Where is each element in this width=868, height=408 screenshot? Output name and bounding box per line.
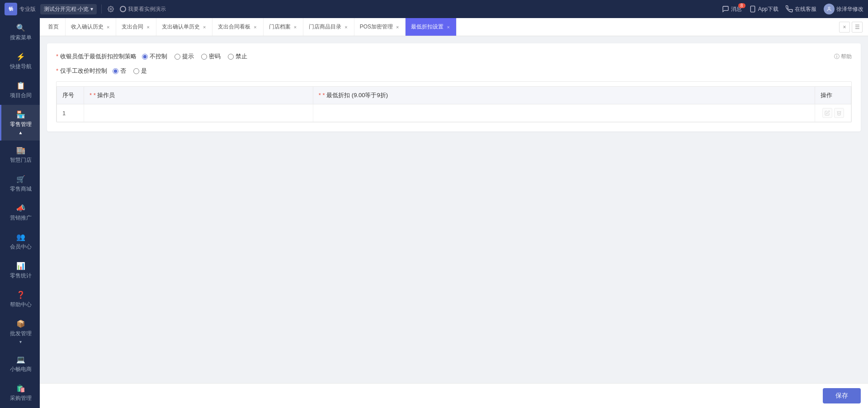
settings-icon[interactable]: [106, 5, 115, 14]
sidebar: 🔍 搜索菜单 ⚡ 快捷导航 📋 项目合同 🏪 零售管理 ▲ 🏬 智慧门店 🛒 零…: [0, 18, 40, 408]
tab-expense-confirm-history[interactable]: 支出确认单历史 ×: [156, 18, 212, 36]
sidebar-item-search-label: 搜索菜单: [10, 34, 32, 42]
sidebar-item-contract[interactable]: 📋 项目合同: [0, 76, 40, 105]
tab-pos-security-close[interactable]: ×: [395, 24, 400, 30]
mall-icon: 🛒: [16, 175, 25, 183]
project-selector[interactable]: 测试分开完程·小览 ▾: [40, 4, 97, 14]
contract-icon: 📋: [16, 81, 25, 90]
save-button[interactable]: 保存: [823, 388, 861, 403]
tab-store-file-close[interactable]: ×: [293, 24, 297, 30]
manual-price-label: 仅手工改价时控制: [56, 67, 107, 75]
svg-point-0: [110, 8, 112, 10]
radio-no-input[interactable]: [113, 68, 118, 74]
tab-income-history-close[interactable]: ×: [106, 24, 110, 30]
radio-no[interactable]: 否: [113, 67, 126, 75]
main-layout: 🔍 搜索菜单 ⚡ 快捷导航 📋 项目合同 🏪 零售管理 ▲ 🏬 智慧门店 🛒 零…: [0, 18, 868, 408]
discount-policy-row: 收银员低于最低折扣控制策略 不控制 提示 密码: [56, 52, 852, 61]
tab-expense-board-close[interactable]: ×: [253, 24, 257, 30]
radio-password-label: 密码: [209, 52, 221, 61]
sidebar-item-ecommerce-label: 小畅电商: [10, 366, 32, 373]
retail-arrow-icon: ▲: [19, 130, 23, 135]
tab-min-discount-close[interactable]: ×: [446, 24, 450, 30]
sidebar-item-purchase-label: 采购管理: [10, 394, 32, 402]
help-circle-icon: ⓘ: [834, 53, 840, 61]
demo-link[interactable]: 我要看实例演示: [120, 5, 166, 13]
radio-yes-input[interactable]: [133, 68, 139, 74]
sidebar-item-retail-stats[interactable]: 📊 零售统计: [0, 256, 40, 285]
tab-expense-contract-close[interactable]: ×: [146, 24, 150, 30]
radio-prohibit[interactable]: 禁止: [228, 52, 247, 61]
tab-store-file[interactable]: 门店档案 ×: [264, 18, 303, 36]
help-icon: ❓: [16, 291, 25, 299]
radio-yes-label: 是: [141, 67, 147, 75]
app-download-button[interactable]: App下载: [749, 5, 778, 13]
customer-service-label: 在线客服: [795, 5, 816, 13]
radio-no-control-input[interactable]: [142, 54, 148, 60]
tabs-right-controls: × ☰: [835, 22, 866, 33]
tab-pos-security[interactable]: POS加密管理 ×: [354, 18, 406, 36]
main-card: 收银员低于最低折扣控制策略 不控制 提示 密码: [47, 43, 861, 131]
tab-min-discount[interactable]: 最低折扣设置 ×: [406, 18, 456, 36]
radio-yes[interactable]: 是: [133, 67, 147, 75]
radio-password[interactable]: 密码: [201, 52, 221, 61]
messages-button[interactable]: 消息 8: [722, 5, 742, 13]
tab-home[interactable]: 首页: [42, 18, 66, 36]
row-delete-button[interactable]: [834, 108, 844, 118]
sidebar-item-purchase[interactable]: 🛍️ 采购管理: [0, 379, 40, 408]
tab-menu-button[interactable]: ☰: [852, 22, 863, 33]
radio-password-input[interactable]: [201, 54, 207, 60]
sidebar-item-marketing[interactable]: 📣 营销推广: [0, 198, 40, 227]
help-button[interactable]: ⓘ 帮助: [834, 53, 852, 61]
radio-prompt-label: 提示: [182, 52, 194, 61]
radio-no-control[interactable]: 不控制: [142, 52, 167, 61]
tab-income-history[interactable]: 收入确认历史 ×: [66, 18, 116, 36]
app-logo: 畅 专业版: [5, 3, 36, 15]
svg-rect-1: [750, 6, 755, 12]
tab-pos-security-label: POS加密管理: [360, 23, 393, 31]
tab-expense-contract[interactable]: 支出合同 ×: [116, 18, 156, 36]
tab-close-button[interactable]: ×: [839, 22, 850, 33]
col-seq-header: 序号: [57, 87, 84, 104]
radio-prompt[interactable]: 提示: [175, 52, 194, 61]
sidebar-item-search[interactable]: 🔍 搜索菜单: [0, 18, 40, 47]
tab-income-history-label: 收入确认历史: [71, 23, 104, 31]
sidebar-item-contract-label: 项目合同: [10, 92, 32, 99]
help-label: 帮助: [841, 53, 852, 61]
tab-expense-board[interactable]: 支出合同看板 ×: [212, 18, 263, 36]
customer-service-button[interactable]: 在线客服: [786, 5, 816, 13]
sidebar-item-mall[interactable]: 🛒 零售商城: [0, 169, 40, 198]
tab-expense-confirm-history-close[interactable]: ×: [202, 24, 207, 30]
radio-prohibit-input[interactable]: [228, 54, 234, 60]
radio-prompt-input[interactable]: [175, 54, 180, 60]
row-edit-button[interactable]: [822, 108, 832, 118]
tab-store-products[interactable]: 门店商品目录 ×: [303, 18, 354, 36]
tab-expense-board-label: 支出合同看板: [218, 23, 250, 31]
quicknav-icon: ⚡: [16, 52, 25, 61]
sidebar-item-wholesale[interactable]: 📦 批发管理 ▾: [0, 314, 40, 350]
tabs-bar: 首页 收入确认历史 × 支出合同 × 支出确认单历史 × 支出合同看板 × 门店…: [40, 18, 868, 36]
logo-icon: 畅: [5, 3, 17, 15]
app-download-label: App下载: [758, 5, 778, 13]
app-version: 专业版: [19, 5, 36, 13]
tab-store-products-close[interactable]: ×: [344, 24, 348, 30]
tab-expense-contract-label: 支出合同: [122, 23, 143, 31]
sidebar-item-smart-store[interactable]: 🏬 智慧门店: [0, 141, 40, 169]
sidebar-item-members[interactable]: 👥 会员中心: [0, 227, 40, 256]
user-menu-button[interactable]: 徐泽华修改: [824, 4, 863, 14]
sidebar-item-ecommerce[interactable]: 💻 小畅电商: [0, 350, 40, 379]
wholesale-arrow-icon: ▾: [19, 339, 22, 344]
chevron-down-icon: ▾: [90, 6, 93, 12]
manual-price-row: 仅手工改价时控制 否 是: [56, 67, 852, 75]
radio-prohibit-label: 禁止: [236, 52, 247, 61]
sidebar-item-members-label: 会员中心: [10, 243, 32, 251]
smart-store-icon: 🏬: [16, 146, 25, 155]
sidebar-item-retail-label: 零售管理: [10, 121, 32, 128]
col-actions-header: 操作: [815, 87, 851, 104]
sidebar-item-retail[interactable]: 🏪 零售管理 ▲: [0, 105, 40, 141]
demo-link-label: 我要看实例演示: [128, 5, 166, 13]
sidebar-item-help[interactable]: ❓ 帮助中心: [0, 285, 40, 314]
radio-no-label: 否: [120, 67, 126, 75]
sidebar-item-quicknav[interactable]: ⚡ 快捷导航: [0, 47, 40, 76]
cell-discount: [313, 104, 815, 122]
tab-expense-confirm-history-label: 支出确认单历史: [162, 23, 200, 31]
